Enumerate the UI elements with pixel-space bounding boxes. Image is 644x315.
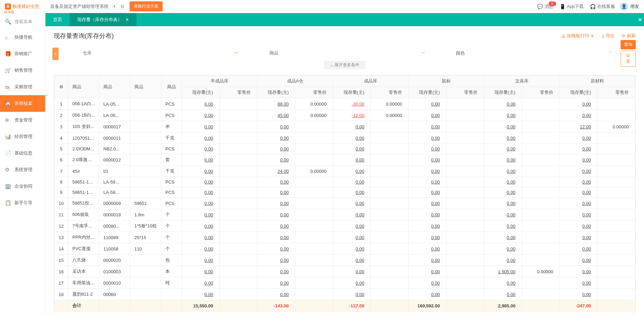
avatar[interactable]: 👤	[620, 2, 628, 11]
cell[interactable]: 0.00	[560, 277, 597, 289]
print-template-button[interactable]: 🖨 按模板打印 ▼	[561, 33, 594, 39]
cell[interactable]: 0.00	[182, 187, 220, 198]
cell[interactable]: 0.00	[182, 132, 220, 144]
cell[interactable]: 0.00	[408, 187, 446, 198]
cell[interactable]: 0.00	[560, 220, 597, 232]
tab-home[interactable]: 首页	[45, 13, 70, 26]
cell[interactable]: 0.00	[408, 110, 446, 121]
sidebar-item-5[interactable]: ⊕资金管理	[0, 112, 45, 128]
sidebar-item-8[interactable]: ⚙系统管理	[0, 161, 45, 178]
cell[interactable]: 88.00	[257, 98, 295, 110]
cell[interactable]: 0.00	[560, 198, 597, 209]
cell[interactable]: 0.00	[408, 154, 446, 166]
app-download-link[interactable]: 📱 App下载	[560, 3, 584, 10]
table-row[interactable]: 18晨韵811-2000600.000.000.000.000.000.00	[54, 289, 635, 300]
cell[interactable]: 0.00	[257, 132, 295, 144]
cell[interactable]: 0.00	[333, 289, 371, 300]
cell[interactable]: 0.00	[560, 154, 597, 166]
cell[interactable]: 0.00	[408, 121, 446, 132]
cell[interactable]: 0.00	[257, 243, 295, 255]
cell[interactable]: 0.00	[333, 220, 371, 232]
col-price-2[interactable]: 零售价	[371, 87, 409, 98]
cell[interactable]: 0.00	[182, 266, 220, 277]
table-row[interactable]: 17车用柴油0号0000010吨0.000.000.000.000.000.00	[54, 277, 635, 289]
col-qty-4[interactable]: 现存量(主)	[484, 87, 522, 98]
cell[interactable]: 0.00	[408, 98, 446, 110]
cell[interactable]: 0.00	[182, 198, 220, 209]
cell[interactable]: 0.00	[257, 177, 295, 187]
sidebar-item-6[interactable]: 📊经营管理	[0, 128, 45, 145]
table-row[interactable]: 959651-1B...LA-59...PCS0.000.000.000.000…	[54, 187, 635, 198]
cell[interactable]: 0.00	[408, 243, 446, 255]
sidebar-item-9[interactable]: 🏢企业协同	[0, 178, 45, 195]
messages-link[interactable]: 💬 消息	[537, 3, 553, 10]
cell[interactable]: 0.00	[333, 198, 371, 209]
cell[interactable]: 0.00	[484, 232, 522, 243]
cell[interactable]: 0.00	[333, 187, 371, 198]
table-settings-header[interactable]: ⚙	[54, 76, 68, 98]
cell[interactable]: 0.00	[182, 154, 220, 166]
cell[interactable]: 0.00	[484, 154, 522, 166]
cell[interactable]: 0.00	[333, 132, 371, 144]
table-row[interactable]: 1059651投...000000959651PCS0.000.000.000.…	[54, 198, 635, 209]
cell[interactable]: 0.00	[560, 187, 597, 198]
cell[interactable]: 0.00	[333, 277, 371, 289]
cell[interactable]: 0.00	[182, 232, 220, 243]
cell[interactable]: -12.00	[333, 110, 371, 121]
col-product-4[interactable]: 商品	[161, 76, 182, 98]
cell[interactable]: 0.00	[560, 98, 597, 110]
sidebar-search[interactable]: 🔍 搜索菜单	[0, 14, 45, 29]
filter-warehouse-input[interactable]: ···	[96, 48, 241, 58]
cell[interactable]: 0.00	[560, 243, 597, 255]
cell[interactable]: 0.00	[257, 266, 295, 277]
col-group-2[interactable]: 成品库	[333, 76, 408, 87]
cell[interactable]: 0.00	[182, 255, 220, 266]
table-row[interactable]: 310S 变斜...0000017米0.000.000.000.000.0012…	[54, 121, 635, 132]
col-group-5[interactable]: 原材料	[560, 76, 635, 87]
search-button[interactable]: 查询	[621, 40, 636, 49]
cell[interactable]: 0.00	[408, 209, 446, 220]
cell[interactable]: 0.00	[560, 232, 597, 243]
cell[interactable]: 0.00	[182, 220, 220, 232]
sidebar-item-0[interactable]: ⌂快捷导航	[0, 29, 45, 46]
cell[interactable]: 0.00	[408, 266, 446, 277]
logo[interactable]: 6 畅捷通好生意 标准版	[5, 3, 50, 10]
col-group-1[interactable]: 成品A仓	[257, 76, 333, 87]
col-qty-5[interactable]: 现存量(主)	[560, 87, 597, 98]
col-price-1[interactable]: 零售价	[295, 87, 333, 98]
col-price-5[interactable]: 零售价	[597, 87, 635, 98]
cell[interactable]: 0.00	[560, 289, 597, 300]
cell[interactable]: 0.00	[408, 255, 446, 266]
cell[interactable]: 0.00	[257, 209, 295, 220]
refresh-button[interactable]: ⟳ 刷新	[622, 33, 636, 39]
col-qty-1[interactable]: 现存量(主)	[257, 87, 295, 98]
cell[interactable]: 0.00	[484, 110, 522, 121]
cell[interactable]: 0.00	[408, 177, 446, 187]
close-icon[interactable]: ✕	[125, 17, 129, 22]
table-row[interactable]: 62.0厚激光板0000012套0.000.000.000.000.000.00	[54, 154, 635, 166]
cell[interactable]: 0.00	[182, 110, 220, 121]
filter-product-input[interactable]: ···	[283, 48, 427, 58]
cell[interactable]: 0.00	[182, 166, 220, 177]
cell[interactable]: 0.00	[408, 166, 446, 177]
collapse-filter-handle[interactable]: »	[52, 48, 59, 60]
export-button[interactable]: ⤓ 导出	[601, 33, 615, 39]
cell[interactable]: 0.00	[484, 121, 522, 132]
cell[interactable]: 0.00	[484, 144, 522, 154]
col-qty-0[interactable]: 现存量(主)	[182, 87, 220, 98]
col-product-1[interactable]: 商品	[68, 76, 99, 98]
sidebar-item-10[interactable]: 📋新手引导	[0, 195, 45, 211]
cell[interactable]: 0.00	[484, 177, 522, 187]
cell[interactable]: 0.00	[560, 255, 597, 266]
col-group-3[interactable]: 鼠标	[408, 76, 484, 87]
cell[interactable]: 0.00	[182, 243, 220, 255]
table-row[interactable]: 16采访本0100003本0.000.000.000.001,505.000.0…	[54, 266, 635, 277]
cell[interactable]: 0.00	[257, 198, 295, 209]
sidebar-item-1[interactable]: 🎁营销推广	[0, 46, 45, 62]
cell[interactable]: 0.00	[484, 187, 522, 198]
system-name[interactable]: 装备及固定资产辅助管理系统	[50, 3, 109, 10]
table-row[interactable]: 52.0X30M...NB2.0...PCS0.000.000.000.000.…	[54, 144, 635, 154]
cell[interactable]: 0.00	[333, 177, 371, 187]
table-row[interactable]: 859651-1A...LA-59...PCS0.000.000.000.000…	[54, 177, 635, 187]
sidebar-item-3[interactable]: 🛍采购管理	[0, 79, 45, 95]
